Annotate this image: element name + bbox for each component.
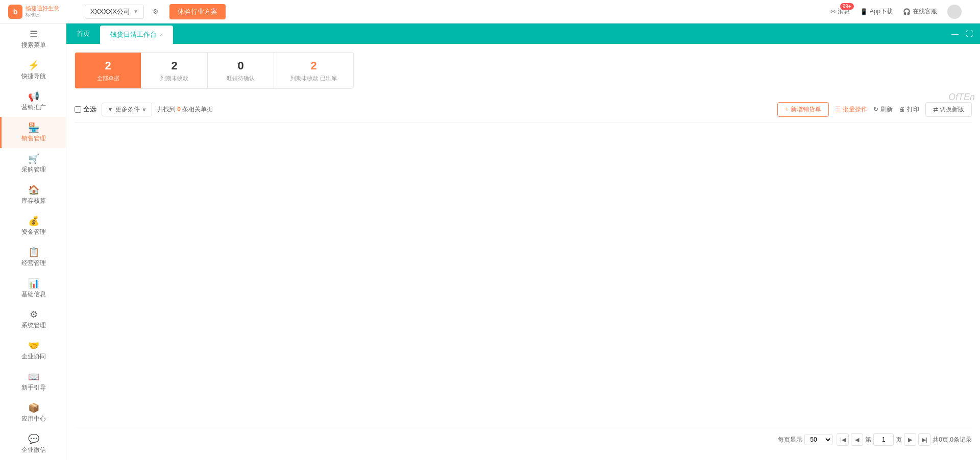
- stat-label-shipped: 到期未收款 已出库: [290, 75, 337, 82]
- tab-bar: 首页 钱货日清工作台 × — ⛶: [66, 23, 980, 44]
- toolbar: 全选 ▼ 更多条件 ∨ 共找到 0 条相关单据 + 新增销货单: [75, 97, 972, 123]
- app-layout: ☰ 搜索菜单 ⚡ 快捷导航 📢 营销推广 🏪 销售管理 🛒 采购管理 🏠 库存核…: [0, 23, 980, 460]
- guide-icon: 📖: [28, 372, 39, 381]
- print-icon: 🖨: [899, 106, 905, 113]
- sidebar-label: 经营管理: [21, 259, 46, 268]
- stat-card-shipped[interactable]: 2 到期未收款 已出库: [274, 53, 353, 88]
- filter-icon: ▼: [107, 106, 113, 113]
- online-service-button[interactable]: 🎧 在线客服: [903, 7, 937, 16]
- found-suffix: 条相关单据: [182, 106, 213, 113]
- company-selector[interactable]: XXXXXX公司 ▼: [85, 5, 144, 19]
- print-button[interactable]: 🖨 打印: [899, 105, 919, 114]
- logo-text: 畅捷通好生意: [26, 5, 59, 12]
- stat-card-overdue[interactable]: 2 到期未收款: [141, 53, 208, 88]
- refresh-label: 刷新: [880, 105, 893, 114]
- stat-number-shipped: 2: [290, 59, 337, 74]
- inventory-icon: 🏠: [28, 185, 39, 195]
- stats-row: 2 全部单据 2 到期未收款 0 旺铺待确认 2 到期未收款 已出库: [75, 52, 354, 89]
- logo-area: b 畅捷通好生意 标准版: [8, 5, 75, 19]
- stat-card-all[interactable]: 2 全部单据: [75, 53, 141, 88]
- marketing-icon: 📢: [28, 92, 39, 101]
- tab-close-icon[interactable]: ×: [160, 32, 163, 38]
- sidebar-item-search-menu[interactable]: ☰ 搜索菜单: [0, 23, 66, 55]
- sales-icon: 🏪: [28, 123, 39, 132]
- app-download-label: App下载: [870, 7, 893, 16]
- tab-actions: — ⛶: [949, 28, 980, 40]
- sidebar-item-collaboration[interactable]: 🤝 企业协同: [0, 335, 66, 366]
- batch-icon: ☰: [835, 106, 841, 113]
- last-page-button[interactable]: ▶|: [918, 433, 930, 446]
- logo-badge: 标准版: [26, 12, 59, 18]
- finance-icon: 💰: [28, 216, 39, 226]
- operations-icon: 📋: [28, 248, 39, 257]
- refresh-icon: ↻: [873, 106, 878, 113]
- sidebar-item-app-center[interactable]: 📦 应用中心: [0, 397, 66, 428]
- more-filter-button[interactable]: ▼ 更多条件 ∨: [102, 103, 152, 116]
- sidebar-item-wechat[interactable]: 💬 企业微信: [0, 428, 66, 459]
- sidebar-item-sales[interactable]: 🏪 销售管理: [0, 117, 66, 148]
- stat-card-pending[interactable]: 0 旺铺待确认: [208, 53, 274, 88]
- tab-maximize-icon[interactable]: ⛶: [964, 28, 975, 40]
- tab-home-label: 首页: [77, 29, 90, 38]
- message-icon: ✉: [830, 8, 836, 15]
- sidebar-label: 企业协同: [21, 352, 46, 361]
- found-count: 0: [177, 106, 181, 113]
- sidebar-label: 基础信息: [21, 290, 46, 299]
- messages-button[interactable]: ✉ 消息 99+: [830, 7, 850, 16]
- tab-active[interactable]: 钱货日清工作台 ×: [100, 26, 173, 44]
- stat-label-pending: 旺铺待确认: [224, 75, 257, 82]
- download-icon: 📱: [860, 8, 868, 15]
- stat-number-overdue: 2: [158, 59, 191, 74]
- sidebar-item-finance[interactable]: 💰 资金管理: [0, 210, 66, 241]
- stat-number-pending: 0: [224, 59, 257, 74]
- search-menu-icon: ☰: [30, 30, 38, 39]
- print-label: 打印: [907, 105, 919, 114]
- select-all-input[interactable]: [75, 106, 81, 113]
- collaboration-icon: 🤝: [28, 341, 39, 350]
- select-all-checkbox[interactable]: 全选: [75, 105, 96, 114]
- switch-new-version-button[interactable]: ⇄ 切换新版: [925, 102, 972, 117]
- app-download-button[interactable]: 📱 App下载: [860, 7, 893, 16]
- sidebar-item-inventory[interactable]: 🏠 库存核算: [0, 179, 66, 210]
- sidebar-item-marketing[interactable]: 📢 营销推广: [0, 86, 66, 117]
- switch-icon: ⇄: [933, 106, 938, 113]
- sidebar-label: 库存核算: [21, 197, 46, 205]
- page-input[interactable]: [873, 433, 894, 446]
- found-text: 共找到 0 条相关单据: [157, 105, 213, 114]
- sidebar-item-quick-nav[interactable]: ⚡ 快捷导航: [0, 55, 66, 86]
- sidebar-label: 搜索菜单: [21, 41, 46, 50]
- trial-button[interactable]: 体验行业方案: [169, 4, 226, 19]
- stat-label-all: 全部单据: [91, 75, 125, 82]
- sidebar-label: 销售管理: [21, 134, 46, 143]
- sidebar-item-operations[interactable]: 📋 经营管理: [0, 241, 66, 273]
- sidebar-item-system[interactable]: ⚙ 系统管理: [0, 304, 66, 335]
- messages-badge: 99+: [840, 3, 854, 10]
- next-page-button[interactable]: ▶: [904, 433, 916, 446]
- sidebar-label: 新手引导: [21, 383, 46, 392]
- sidebar-label: 资金管理: [21, 228, 46, 236]
- per-page-label: 每页显示: [778, 435, 802, 444]
- tab-minimize-icon[interactable]: —: [949, 28, 961, 40]
- sidebar-item-purchase[interactable]: 🛒 采购管理: [0, 148, 66, 179]
- tab-home[interactable]: 首页: [66, 23, 100, 44]
- settings-icon[interactable]: ⚙: [148, 4, 163, 19]
- quick-nav-icon: ⚡: [28, 61, 39, 70]
- avatar[interactable]: [947, 5, 962, 19]
- refresh-button[interactable]: ↻ 刷新: [873, 105, 893, 114]
- stat-label-overdue: 到期未收款: [158, 75, 191, 82]
- batch-label: 批量操作: [843, 105, 867, 114]
- first-page-button[interactable]: |◀: [837, 433, 849, 446]
- prev-page-button[interactable]: ◀: [851, 433, 863, 446]
- online-service-label: 在线客服: [913, 7, 937, 16]
- new-sale-button[interactable]: + 新增销货单: [777, 102, 828, 117]
- app-center-icon: 📦: [28, 403, 39, 413]
- per-page-dropdown[interactable]: 50 100 200: [804, 434, 832, 445]
- sidebar-item-basic-info[interactable]: 📊 基础信息: [0, 273, 66, 304]
- chevron-down-icon: ▼: [133, 9, 138, 14]
- page-nav: |◀ ◀ 第 页 ▶ ▶| 共0页,0条记录: [837, 433, 972, 446]
- table-area: [75, 129, 972, 427]
- sidebar-label: 系统管理: [21, 321, 46, 330]
- sidebar-item-guide[interactable]: 📖 新手引导: [0, 366, 66, 397]
- batch-op-button[interactable]: ☰ 批量操作: [835, 105, 867, 114]
- service-icon: 🎧: [903, 8, 911, 15]
